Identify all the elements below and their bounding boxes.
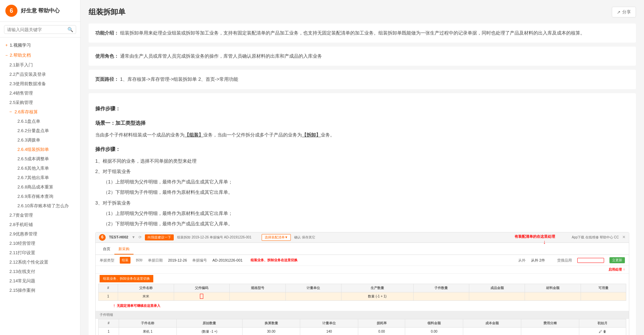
sim-td-name: 米米 — [118, 292, 174, 301]
sim-th-prod-amt: 成品金额 — [469, 284, 525, 292]
sidebar-item-2.6.8[interactable]: 2.6.8商品成本重算 — [15, 182, 80, 192]
sim-form-label-date: 单据类型 — [100, 257, 114, 264]
sidebar: 6 好生意 帮助中心 🔍 + 1.视频学习 − 2.帮助文档 2.1新手入门 2… — [0, 0, 80, 335]
sim-confirm-btn[interactable]: 立更新 — [609, 257, 625, 263]
logo-icon: 6 — [5, 5, 17, 17]
sim-type-dis[interactable]: 拆卸 — [136, 257, 143, 263]
steps-inner-label: 操作步骤： — [95, 145, 629, 154]
sidebar-item-2.6.9[interactable]: 2.6.9库存账本查询 — [15, 192, 80, 201]
sim-section-org: 组装业务、拆卸业务在这里切换 — [100, 275, 153, 282]
sim-th-avail: 可用量 — [581, 284, 626, 292]
sim-table-header-row: # 父件名称 父件编码 规格型号 计量单位 生产数量 子件数量 成品金额 材料金… — [99, 284, 626, 292]
logo-area: 6 好生意 帮助中心 — [0, 0, 80, 22]
scene1-label: 场景一：加工类型选择 — [95, 118, 629, 127]
sidebar-item-2.1[interactable]: 2.1新手入门 — [9, 60, 80, 70]
sim-search-input[interactable] — [577, 258, 604, 263]
ops-label: 操作步骤： — [95, 104, 629, 113]
sim-lower-header-row: # 子件名称 原始数量 换算数量 计量单位 损耗率 领料金额 成本金额 费用分摊 — [99, 319, 626, 327]
sidebar-item-2.6.5[interactable]: 2.6.5成本调整单 — [15, 154, 80, 164]
sidebar-item-2.14[interactable]: 2.14常见问题 — [9, 276, 80, 286]
screen-inner: 6 TEST-H002 ▼ ⟳ 向我提建议一下 组装拆卸 2019-12-26 … — [96, 232, 629, 335]
step1: 1、根据不同的业务，选择不同单据的类型来处理 — [95, 157, 629, 165]
screenshot-container: 6 TEST-H002 ▼ ⟳ 向我提建议一下 组装拆卸 2019-12-26 … — [95, 232, 629, 335]
sidebar-item-2.6.2[interactable]: 2.6.2分量盘点单 — [15, 126, 80, 135]
sidebar-item-2.15[interactable]: 2.15操作案例 — [9, 286, 80, 295]
sim-th-parent-name: 父件名称 — [118, 284, 174, 292]
role-label: 使用角色： — [95, 53, 119, 59]
screenshot-wrap: 6 TEST-H002 ▼ ⟳ 向我提建议一下 组装拆卸 2019-12-26 … — [96, 232, 629, 335]
sim-lth-cost-amt: 成本金额 — [463, 319, 521, 327]
search-area: 🔍 — [0, 22, 80, 38]
sim-td-avail — [581, 292, 626, 301]
sim-ops-btn1[interactable]: 确认 保存其它 — [294, 234, 315, 240]
annotation-no-fixed: ↑ 无固定清单可继续在这里录入 — [96, 301, 629, 311]
sim-ltd-1-orig: (数量 -1 +) — [177, 327, 242, 335]
main-content: 组装拆卸单 ↗ 分享 功能介绍： 组装拆卸单用来处理企业组装或拆卸等加工业务，支… — [80, 0, 644, 335]
annotation-text-4: 无固定清单可继续在这里录入 — [117, 303, 160, 309]
table-row-2: 1 果机 1 (数量 -1 +) 30.00 140 0.00 0.00 — [99, 327, 626, 335]
sidebar-item-2.7[interactable]: 2.7资金管理 — [9, 211, 80, 220]
sim-ltd-1-init: 🖊 🗑 — [579, 327, 626, 335]
sidebar-item-2.6.1[interactable]: 2.6.1盘点单 — [15, 117, 80, 126]
search-input[interactable] — [7, 27, 67, 32]
sidebar-item-2.12[interactable]: 2.12系统个性化设置 — [9, 258, 80, 267]
sidebar-item-2.8[interactable]: 2.8手机旺铺 — [9, 220, 80, 229]
role-card: 使用角色： 通常由生产人员或库管人员完成拆装业务的操作，库管人员确认原材料的出库… — [89, 47, 636, 66]
sim-total-qty-value: 从外 2件 — [531, 257, 545, 264]
sim-company: TEST-H002 — [109, 234, 128, 241]
sidebar-item-2.3[interactable]: 2.3使用前数据准备 — [9, 79, 80, 89]
step2: 2、对于组装业务 — [95, 167, 629, 176]
sim-tab-home[interactable]: 自页 — [99, 244, 114, 255]
sidebar-item-2.10[interactable]: 2.10经营管理 — [9, 239, 80, 248]
sim-td-prod-amt — [469, 292, 525, 301]
sim-lower-table-wrap: # 子件名称 原始数量 换算数量 计量单位 损耗率 领料金额 成本金额 费用分摊 — [96, 319, 629, 335]
sim-ltd-1-conv: 30.00 — [242, 327, 300, 335]
sidebar-item-2.6.7[interactable]: 2.6.7其他出库单 — [15, 173, 80, 182]
sidebar-item-2.5[interactable]: 2.5采购管理 — [9, 98, 80, 107]
minus-icon: − — [5, 53, 8, 58]
sim-type-org[interactable]: 组装 — [120, 257, 130, 264]
sidebar-docs-children: 2.1新手入门 2.2产品安装及登录 2.3使用前数据准备 2.4销售管理 2.… — [0, 60, 80, 295]
sim-lth-loss: 损耗率 — [358, 319, 405, 327]
sim-td-unit — [285, 292, 341, 301]
header-bar: 组装拆卸单 ↗ 分享 — [89, 7, 636, 17]
sim-dropdown-icon: ▼ — [131, 234, 135, 241]
arrow-3: ↑ — [623, 267, 625, 273]
sidebar-item-2.6.10[interactable]: 2.6.10库存账本错了怎么办 — [15, 201, 80, 211]
step2-1: （1）上部明细为父件明细，最终作为产成品生成其它入库单； — [103, 178, 629, 186]
sim-th-parent-code: 父件编码 — [174, 284, 229, 292]
sidebar-item-2.13[interactable]: 2.13在线支付 — [9, 267, 80, 276]
search-icon[interactable]: 🔍 — [67, 27, 73, 32]
step3-1: （1）上部明细为父件明细，最终作为原材料生成其它出库单； — [103, 209, 629, 218]
sim-th-sub-qty: 子件数量 — [413, 284, 469, 292]
sim-td-mat-amt — [525, 292, 581, 301]
sidebar-item-docs[interactable]: − 2.帮助文档 — [0, 50, 80, 60]
sim-ltd-1: 1 — [99, 327, 119, 335]
arrow-1: ↓ — [543, 237, 546, 247]
sim-total-qty-label: 从外 — [518, 257, 526, 264]
sidebar-item-2.11[interactable]: 2.11打印设置 — [9, 248, 80, 258]
sim-fix-list-btn[interactable]: 选择装配清单▼ — [262, 234, 291, 241]
sim-tab-new[interactable]: 新采购 — [114, 244, 133, 255]
sidebar-item-2.2[interactable]: 2.2产品安装及登录 — [9, 70, 80, 79]
sim-suggest-btn[interactable]: 向我提建议一下 — [145, 234, 174, 240]
ops-card: 操作步骤： 场景一：加工类型选择 当由多个子件材料组装成一个成品的业务为【组装】… — [89, 93, 636, 335]
share-button[interactable]: ↗ 分享 — [612, 7, 636, 17]
sim-lth-child-name: 子件名称 — [119, 319, 177, 327]
sim-billno-value: AD-20191226-001 — [212, 257, 243, 264]
sidebar-item-2.6.4[interactable]: 2.6.4组装拆卸单 — [15, 145, 80, 154]
sim-th-mat-amt: 材料金额 — [525, 284, 581, 292]
table-row: 1 米米 数量 (-1 + 1) — [99, 292, 626, 301]
sidebar-item-2.6.6[interactable]: 2.6.6其他入库单 — [15, 164, 80, 173]
annotation-fixed-list: 有装配清单的在这里处理 ↓ — [96, 243, 629, 244]
sim-code-input[interactable] — [200, 294, 203, 299]
sim-td-sub-qty — [413, 292, 469, 301]
sidebar-item-video[interactable]: + 1.视频学习 — [0, 40, 80, 50]
sim-lower-table: # 子件名称 原始数量 换算数量 计量单位 损耗率 领料金额 成本金额 费用分摊 — [98, 319, 626, 335]
sidebar-item-docs-label: 2.帮助文档 — [10, 52, 31, 58]
sidebar-item-2.9[interactable]: 2.9优惠券管理 — [9, 229, 80, 239]
sidebar-item-2.4[interactable]: 2.4销售管理 — [9, 89, 80, 98]
sim-close-icon[interactable]: ✕ — [622, 234, 626, 241]
sidebar-item-2.6[interactable]: − 2.6库存核算 — [9, 107, 80, 117]
sidebar-item-2.6.3[interactable]: 2.6.3调拨单 — [15, 135, 80, 145]
